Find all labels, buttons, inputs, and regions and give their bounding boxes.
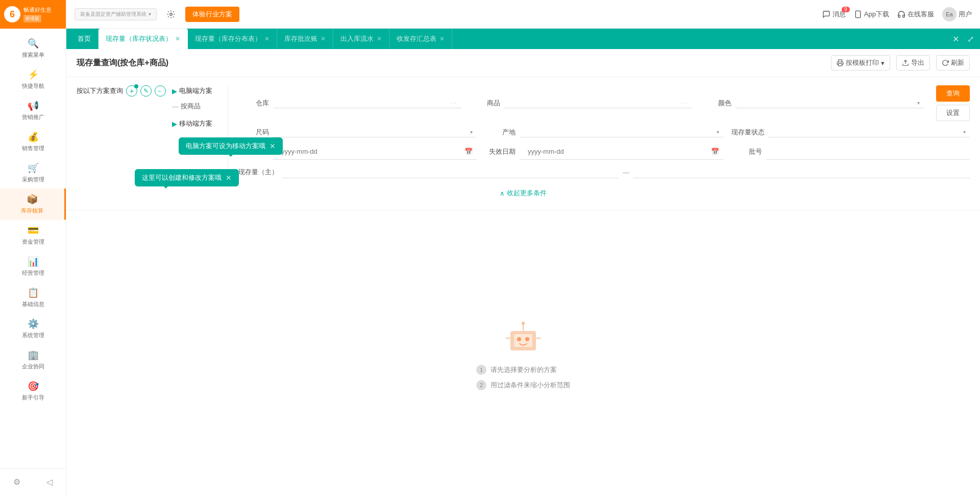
chevron-down-icon: ▾ xyxy=(149,11,151,17)
sidebar-item-system[interactable]: ⚙️ 系统管理 xyxy=(0,313,66,344)
tab-inout-flow-close[interactable]: ✕ xyxy=(377,35,382,42)
scheme-sub-item[interactable]: — 按商品 xyxy=(172,101,222,112)
tab-close-all-btn[interactable]: ✕ xyxy=(950,32,961,46)
stock-min-input[interactable] xyxy=(286,168,615,176)
sidebar-item-marketing[interactable]: 📢 营销推广 xyxy=(0,95,66,126)
search-btn[interactable]: 查询 xyxy=(936,85,970,102)
page-header: 现存量查询(按仓库+商品) 按模板打印 ▾ 导出 刷新 xyxy=(66,49,980,77)
sidebar-item-label: 资金管理 xyxy=(22,238,44,246)
filter-fields-row-1: 仓库 ··· 商品 ··· xyxy=(238,85,970,121)
reset-btn[interactable]: 设置 xyxy=(936,105,970,121)
sidebar-item-purchase[interactable]: 🛒 采购管理 xyxy=(0,157,66,188)
search-btn-group: 查询 设置 xyxy=(936,85,970,121)
sidebar-settings-btn[interactable]: ⚙ xyxy=(9,473,24,491)
sidebar-item-basic[interactable]: 📋 基础信息 xyxy=(0,282,66,313)
settings-icon: ⚙ xyxy=(13,477,20,487)
sales-icon: 💰 xyxy=(28,131,39,143)
calendar-icon-expiry[interactable]: 📅 xyxy=(711,148,719,155)
filter-label-group: 按以下方案查询 + ✎ ← xyxy=(77,85,166,97)
tab-inventory-status-close[interactable]: ✕ xyxy=(175,35,180,42)
calendar-icon-production[interactable]: 📅 xyxy=(464,148,473,155)
tab-inventory-dist-close[interactable]: ✕ xyxy=(264,35,270,42)
sidebar-item-quick[interactable]: ⚡ 快捷导航 xyxy=(0,64,66,95)
tab-inventory-status[interactable]: 现存量（库存状况表） ✕ xyxy=(99,29,188,49)
tab-inventory-status-label: 现存量（库存状况表） xyxy=(106,34,172,43)
collapse-label: 收起更多条件 xyxy=(507,188,547,198)
avatar-text: Ea xyxy=(946,11,952,17)
tab-inout-flow[interactable]: 出入库流水 ✕ xyxy=(333,29,389,49)
sidebar-item-guide[interactable]: 🎯 新手引导 xyxy=(0,375,66,407)
main-content: 装备及固定资产辅助管理系统 ▾ 体验行业方案 消息 9 App下载 在线客服 xyxy=(66,0,980,495)
step-2-num: 2 xyxy=(476,380,486,390)
stock-min-wrapper xyxy=(282,166,619,178)
system-icon: ⚙️ xyxy=(28,318,39,329)
tab-home[interactable]: 首页 xyxy=(70,29,99,49)
refresh-label: 刷新 xyxy=(951,58,964,67)
sidebar-item-label: 基础信息 xyxy=(22,300,44,308)
industry-btn[interactable]: 体验行业方案 xyxy=(185,7,239,22)
sidebar: 6 畅通好生意 标准版 🔍 搜索菜单 ⚡ 快捷导航 📢 营销推广 💰 销售管理 … xyxy=(0,0,66,495)
system-title: 装备及固定资产辅助管理系统 xyxy=(80,11,146,18)
batch-input-wrapper xyxy=(766,144,970,160)
filter-field-goods: 商品 ··· xyxy=(470,98,693,108)
filter-fields-row-2: 尺码 ▾ 产地 ▾ xyxy=(238,127,970,137)
tab-expand-btn[interactable]: ⤢ xyxy=(965,32,976,46)
svg-rect-3 xyxy=(839,63,842,66)
online-service-btn[interactable]: 在线客服 xyxy=(897,10,934,19)
svg-point-7 xyxy=(517,337,521,341)
sub-scheme-name: 按商品 xyxy=(181,102,201,111)
logo-text-group: 畅通好生意 标准版 xyxy=(23,6,52,22)
filter-add-btn[interactable]: + xyxy=(126,85,137,97)
tab-inventory-batch-close[interactable]: ✕ xyxy=(321,35,326,42)
user-menu-btn[interactable]: Ea 用户 xyxy=(942,7,972,21)
filter-field-expiry-date: 失效日期 📅 xyxy=(485,144,723,160)
tooltip-scheme-close[interactable]: ✕ xyxy=(270,142,276,150)
sidebar-item-inventory[interactable]: 📦 库存核算 xyxy=(0,188,66,220)
tab-inventory-batch[interactable]: 库存批次账 ✕ xyxy=(277,29,333,49)
color-input[interactable]: ▾ xyxy=(736,98,924,108)
basic-icon: 📋 xyxy=(28,287,39,298)
expiry-date-input[interactable] xyxy=(524,146,711,157)
origin-input[interactable]: ▾ xyxy=(520,127,723,137)
empty-step-1: 1 请先选择要分析的方案 xyxy=(476,365,570,375)
header-settings-btn[interactable] xyxy=(163,6,179,22)
stock-max-input[interactable] xyxy=(638,168,966,176)
refresh-btn[interactable]: 刷新 xyxy=(936,55,970,70)
scheme-desktop-parent[interactable]: ▶ 电脑端方案 xyxy=(172,85,222,97)
tooltip-create: 这里可以创建和修改方案哦 ✕ xyxy=(135,169,239,186)
sidebar-item-operations[interactable]: 📊 经营管理 xyxy=(0,251,66,282)
batch-input[interactable] xyxy=(770,146,966,157)
collapse-btn[interactable]: ∧ 收起更多条件 xyxy=(500,188,547,198)
scheme-mobile-parent[interactable]: ▶ 移动端方案 xyxy=(172,118,222,129)
sidebar-item-enterprise[interactable]: 🏢 企业协同 xyxy=(0,344,66,375)
filter-back-btn[interactable]: ← xyxy=(155,85,166,97)
scheme-tree: ▶ 电脑端方案 — 按商品 ▶ 移动端方案 xyxy=(172,85,228,178)
tooltip-create-close[interactable]: ✕ xyxy=(226,174,232,182)
filter-edit-btn[interactable]: ✎ xyxy=(140,85,152,97)
template-print-btn[interactable]: 按模板打印 ▾ xyxy=(831,55,890,70)
production-date-input[interactable] xyxy=(277,146,464,157)
sidebar-item-sales[interactable]: 💰 销售管理 xyxy=(0,126,66,157)
warehouse-input[interactable]: ··· xyxy=(273,98,461,108)
export-btn[interactable]: 导出 xyxy=(896,55,930,70)
sidebar-item-search[interactable]: 🔍 搜索菜单 xyxy=(0,33,66,64)
svg-point-0 xyxy=(170,13,173,15)
tab-inventory-dist[interactable]: 现存量（库存分布表） ✕ xyxy=(188,29,277,49)
tab-receive-summary-close[interactable]: ✕ xyxy=(439,35,445,42)
inventory-status-input[interactable]: ▾ xyxy=(769,127,970,137)
goods-label: 商品 xyxy=(470,99,500,108)
filter-field-batch: 批号 xyxy=(731,144,970,160)
goods-input[interactable]: ··· xyxy=(504,98,693,108)
sidebar-collapse-btn[interactable]: ◁ xyxy=(42,473,57,491)
tab-receive-summary[interactable]: 收发存汇总表 ✕ xyxy=(389,29,452,49)
system-selector[interactable]: 装备及固定资产辅助管理系统 ▾ xyxy=(75,8,157,20)
header-right: 消息 9 App下载 在线客服 Ea 用户 xyxy=(822,7,972,21)
sidebar-item-finance[interactable]: 💳 资金管理 xyxy=(0,220,66,251)
add-btn-dot xyxy=(134,84,138,88)
empty-step-2: 2 用过滤条件来缩小分析范围 xyxy=(476,380,570,390)
size-input[interactable]: ▾ xyxy=(273,127,477,137)
app-download-btn[interactable]: App下载 xyxy=(854,10,889,19)
warehouse-dots: ··· xyxy=(450,100,457,106)
message-btn[interactable]: 消息 9 xyxy=(822,10,846,19)
tab-inventory-batch-label: 库存批次账 xyxy=(284,34,317,43)
